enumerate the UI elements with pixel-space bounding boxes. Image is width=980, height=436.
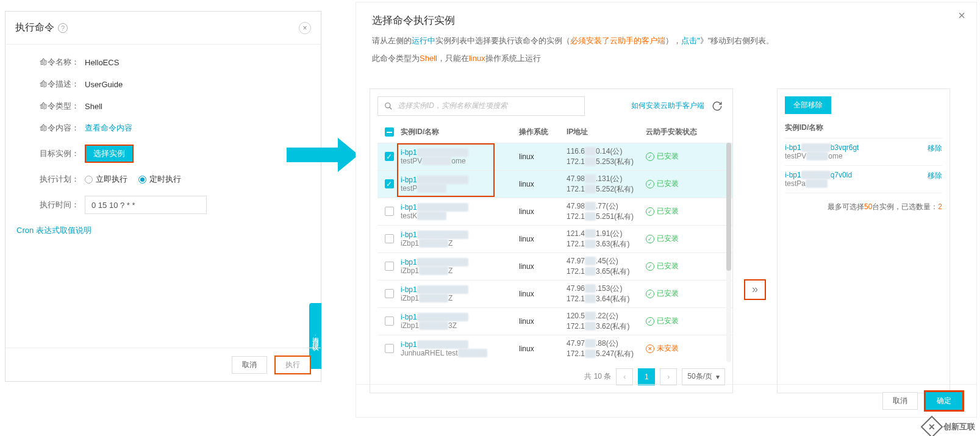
- os-value: linux: [519, 290, 567, 298]
- ip-private: 172.1xxx3.63(私有): [567, 239, 646, 249]
- check-icon: ✓: [646, 152, 654, 161]
- cmd-type-label: 命令类型：: [40, 101, 85, 112]
- dialog-header: 选择命令执行实例 × 请从左侧的运行中实例列表中选择要执行该命令的实例（必须安装…: [356, 2, 976, 77]
- table-row[interactable]: i-bp1xxxxxxxxxxxxxxJunhuaRHEL testxxxxxx…: [377, 335, 732, 362]
- install-status: ✓已安装: [646, 179, 679, 189]
- next-page-button[interactable]: ›: [660, 368, 677, 385]
- selected-body: i-bp1xxxxxxxxb3vqr6gttestPVxxxxxxome移除i-…: [785, 138, 942, 193]
- radio-icon-selected: [138, 176, 146, 184]
- dialog-body: 命令名称： HelloECS 命令描述： UserGuide 命令类型： She…: [5, 45, 321, 242]
- remove-link[interactable]: 移除: [928, 171, 942, 181]
- os-value: linux: [519, 235, 567, 243]
- row-checkbox[interactable]: [385, 344, 394, 353]
- help-icon[interactable]: ?: [58, 23, 68, 33]
- table-row[interactable]: i-bp1xxxxxxxxxxxxxxiZbp1xxxxxxxx3Zlinux1…: [377, 307, 732, 335]
- current-page[interactable]: 1: [638, 368, 655, 385]
- cmd-type-value: Shell: [85, 102, 102, 111]
- remove-all-button[interactable]: 全部移除: [785, 96, 831, 114]
- ip-public: 47.97xxx.88(公): [567, 338, 646, 349]
- confirm-button[interactable]: 确定: [924, 390, 964, 412]
- select-all-checkbox[interactable]: [385, 127, 394, 137]
- cmd-desc-value: UserGuide: [85, 80, 123, 89]
- instance-table: 实例ID/名称 操作系统 IP地址 云助手安装状态 ✓i-bp1xxxxxxxx…: [377, 122, 732, 362]
- table-row[interactable]: ✓i-bp1xxxxxxxxxxxxxxtestPxxxxxxxxlinux47…: [377, 170, 732, 198]
- selected-row: i-bp1xxxxxxxxb3vqr6gttestPVxxxxxxome移除: [785, 138, 942, 166]
- check-icon: ✓: [646, 180, 654, 188]
- search-input[interactable]: 选择实例ID，实例名称属性项搜索: [377, 96, 585, 116]
- os-value: linux: [519, 207, 567, 216]
- instance-id: i-bp1xxxxxxxxxxxxxx: [401, 285, 519, 294]
- selection-summary: 最多可选择50台实例，已选数量：2: [785, 202, 942, 212]
- scrollbar-thumb[interactable]: [726, 143, 731, 271]
- cron-hint-link[interactable]: Cron 表达式取值说明: [16, 226, 91, 235]
- selected-name: testPVxxxxxxome: [785, 152, 859, 160]
- cancel-button[interactable]: 取消: [232, 356, 267, 374]
- execute-button[interactable]: 执行: [274, 356, 311, 374]
- install-status: ✓已安装: [646, 316, 679, 326]
- table-row[interactable]: i-bp1xxxxxxxxxxxxxxtestKxxxxxxxxlinux47.…: [377, 198, 732, 225]
- dialog-footer: 取消 确定: [356, 384, 976, 417]
- close-icon[interactable]: ×: [958, 9, 965, 23]
- col-os: 操作系统: [519, 127, 567, 137]
- execute-command-dialog: 执行命令 ? × 命令名称： HelloECS 命令描述： UserGuide …: [5, 11, 321, 382]
- os-value: linux: [519, 152, 567, 161]
- instance-id: i-bp1xxxxxxxxxxxxxx: [401, 258, 519, 266]
- col-name: 实例ID/名称: [401, 127, 519, 137]
- ip-public: 47.96xxx.153(公): [567, 284, 646, 294]
- available-instances-panel: 选择实例ID，实例名称属性项搜索 如何安装云助手客户端 实例ID/名称 操作系统…: [370, 88, 733, 393]
- instance-name: JunhuaRHEL testxxxxxxxx: [401, 349, 519, 357]
- instance-id: i-bp1xxxxxxxxxxxxxx: [401, 231, 519, 239]
- cron-input[interactable]: [85, 196, 207, 214]
- install-status: ✓已安装: [646, 288, 679, 299]
- instance-name: iZbp1xxxxxxxxZ: [401, 239, 519, 248]
- table-header: 实例ID/名称 操作系统 IP地址 云助手安装状态: [377, 122, 732, 143]
- plan-label: 执行计划：: [40, 174, 85, 185]
- table-row[interactable]: i-bp1xxxxxxxxxxxxxxiZbp1xxxxxxxxZlinux47…: [377, 252, 732, 280]
- search-icon: [384, 102, 393, 110]
- radio-immediate[interactable]: 立即执行: [85, 174, 127, 185]
- ip-public: 47.98xxx.131(公): [567, 174, 646, 184]
- search-row: 选择实例ID，实例名称属性项搜索 如何安装云助手客户端: [377, 96, 732, 116]
- dialog-header: 执行命令 ? ×: [5, 12, 321, 45]
- radio-scheduled[interactable]: 定时执行: [138, 174, 181, 185]
- dialog-desc-1: 请从左侧的运行中实例列表中选择要执行该命令的实例（必须安装了云助手的客户端），点…: [372, 35, 960, 48]
- remove-link[interactable]: 移除: [928, 143, 942, 154]
- selected-name: testPaxxxxxx: [785, 179, 852, 188]
- close-icon[interactable]: ×: [299, 22, 311, 34]
- move-right-button[interactable]: »: [744, 279, 766, 300]
- page-size-select[interactable]: 50条/页 ▾: [682, 368, 725, 385]
- os-value: linux: [519, 317, 567, 326]
- view-content-link[interactable]: 查看命令内容: [85, 123, 132, 134]
- refresh-icon[interactable]: [712, 101, 723, 112]
- ip-private: 172.1xxx3.62(私有): [567, 321, 646, 332]
- total-text: 共 10 条: [584, 371, 611, 382]
- table-row[interactable]: i-bp1xxxxxxxxxxxxxxiZbp1xxxxxxxxZlinux47…: [377, 280, 732, 307]
- install-status: ✕未安装: [646, 343, 679, 354]
- install-help-link[interactable]: 如何安装云助手客户端: [631, 101, 704, 111]
- select-instance-button[interactable]: 选择实例: [85, 145, 134, 163]
- table-row[interactable]: i-bp1xxxxxxxxxxxxxxiZbp1xxxxxxxxZlinux12…: [377, 225, 732, 252]
- row-checkbox[interactable]: [385, 234, 394, 243]
- instance-name: iZbp1xxxxxxxxZ: [401, 266, 519, 275]
- watermark: ✕ 创新互联: [924, 419, 975, 435]
- radio-label: 立即执行: [96, 174, 127, 185]
- ip-public: 120.5xxx.22(公): [567, 311, 646, 321]
- row-checkbox[interactable]: ✓: [385, 152, 394, 161]
- instance-name: testPVxxxxxxxxome: [401, 157, 519, 165]
- row-checkbox[interactable]: ✓: [385, 179, 394, 188]
- cancel-button[interactable]: 取消: [882, 392, 918, 410]
- prev-page-button[interactable]: ‹: [616, 368, 633, 385]
- check-icon: ✓: [646, 235, 654, 243]
- table-row[interactable]: ✓i-bp1xxxxxxxxxxxxxxtestPVxxxxxxxxomelin…: [377, 143, 732, 170]
- selected-id: i-bp1xxxxxxxxq7v0ld: [785, 171, 852, 179]
- instance-id: i-bp1xxxxxxxxxxxxxx: [401, 340, 519, 349]
- row-checkbox[interactable]: [385, 262, 394, 271]
- row-checkbox[interactable]: [385, 207, 394, 216]
- check-icon: ✓: [646, 207, 654, 216]
- ip-public: 121.4xxx1.91(公): [567, 229, 646, 239]
- instance-name: iZbp1xxxxxxxx3Z: [401, 321, 519, 330]
- row-checkbox[interactable]: [385, 289, 394, 298]
- ip-public: 47.97xxx.45(公): [567, 256, 646, 266]
- row-checkbox[interactable]: [385, 316, 394, 326]
- time-label: 执行时间：: [40, 199, 85, 210]
